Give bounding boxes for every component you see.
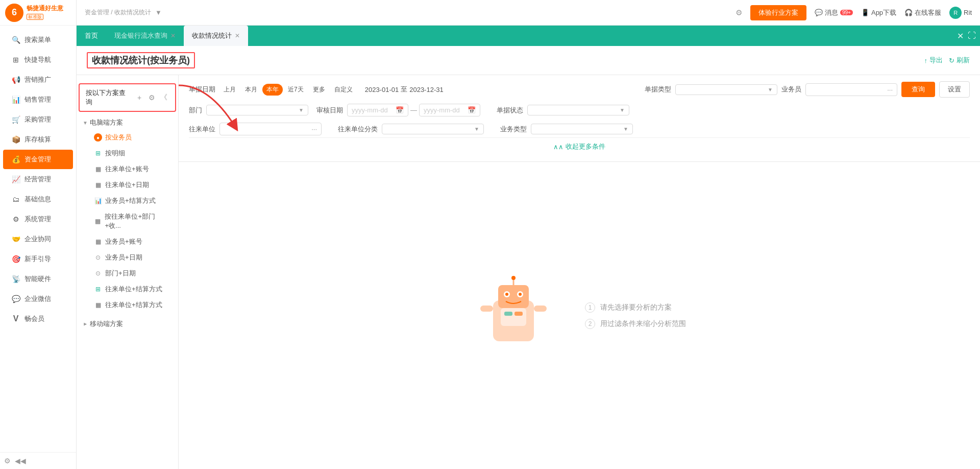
partner-settle1-icon: ⊞	[94, 285, 102, 293]
inventory-icon: 📦	[11, 135, 20, 144]
export-button[interactable]: ↑ 导出	[924, 56, 943, 65]
plan-item-salesman-account[interactable]: ▦ 业务员+账号	[80, 234, 175, 249]
sidebar-item-quick-nav[interactable]: ⊞ 快捷导航	[3, 50, 73, 69]
tab-home[interactable]: 首页	[77, 26, 106, 46]
doc-type-select[interactable]: ▼	[675, 84, 777, 95]
sidebar-item-system[interactable]: ⚙ 系统管理	[3, 209, 73, 229]
doc-status-arrow: ▼	[620, 107, 625, 113]
sidebar-item-guide[interactable]: 🎯 新手引导	[3, 249, 73, 269]
svg-rect-9	[480, 306, 493, 312]
plan-item-by-salesman[interactable]: ● 按业务员	[80, 130, 175, 145]
partner-category-select[interactable]: ▼	[382, 124, 484, 134]
query-button[interactable]: 查询	[901, 82, 935, 97]
date-tab-custom[interactable]: 自定义	[330, 84, 357, 96]
empty-steps: 1 请先选择要分析的方案 2 用过滤条件来缩小分析范围	[585, 302, 686, 329]
sidebar-nav: 🔍 搜索菜单 ⊞ 快捷导航 📢 营销推广 📊 销售管理 🛒 采购管理 📦	[0, 26, 76, 452]
plan-group-desktop-title[interactable]: ▼ 电脑端方案	[77, 116, 178, 129]
salesman-icon: ●	[94, 133, 102, 142]
sidebar-item-member[interactable]: V 畅会员	[3, 309, 73, 329]
sidebar-item-purchase[interactable]: 🛒 采购管理	[3, 110, 73, 129]
tab-bank-flow[interactable]: 现金银行流水查询 ✕	[106, 26, 184, 46]
plan-item-salesman-date[interactable]: ⊙ 业务员+日期	[80, 250, 175, 265]
plan-item-partner-settlement2[interactable]: ▦ 往来单位+结算方式	[80, 297, 175, 313]
sidebar-item-smart[interactable]: 📡 智能硬件	[3, 269, 73, 289]
dept-label: 部门	[189, 106, 202, 115]
filter-audit-date: 审核日期 yyyy-mm-dd 📅 — yyyy-mm-dd	[316, 104, 480, 116]
doc-status-label: 单据状态	[497, 106, 523, 115]
gear-icon[interactable]: ⚙	[736, 8, 742, 17]
tab-collection-stats[interactable]: 收款情况统计 ✕	[184, 26, 248, 46]
date-tab-last-month[interactable]: 上月	[219, 84, 240, 96]
collapse-panel-button[interactable]: 《	[159, 92, 169, 103]
tab-expand-icon[interactable]: ⛶	[968, 31, 976, 40]
service-icon: 🎧	[904, 9, 913, 16]
plan-item-dept-date[interactable]: ⊙ 部门+日期	[80, 266, 175, 281]
business-type-select[interactable]: ▼	[531, 124, 633, 134]
partner-select[interactable]: ···	[219, 123, 322, 135]
app-download-button[interactable]: 📱 App下载	[861, 8, 896, 17]
smart-icon: 📡	[11, 274, 20, 284]
filter-row-1: 单据日期 上月 本月 本年 近7天 更多 自定义	[189, 81, 970, 98]
empty-step-2: 2 用过滤条件来缩小分析范围	[585, 319, 686, 329]
plan-item-by-detail[interactable]: ⊞ 按明细	[80, 146, 175, 161]
sidebar-item-basic[interactable]: 🗂 基础信息	[3, 190, 73, 209]
sidebar-item-sales[interactable]: 📊 销售管理	[3, 90, 73, 109]
plan-settings-button[interactable]: ⚙	[146, 92, 157, 103]
breadcrumb-dropdown-icon[interactable]: ▼	[155, 9, 162, 16]
refresh-button[interactable]: ↻ 刷新	[949, 56, 970, 65]
plan-item-salesman-settlement[interactable]: 📊 业务员+结算方式	[80, 193, 175, 208]
sidebar-footer: ⚙ ◀◀	[0, 452, 76, 469]
date-tab-more[interactable]: 更多	[309, 84, 329, 96]
svg-rect-13	[514, 312, 523, 316]
messages-button[interactable]: 💬 消息 99+	[815, 8, 853, 17]
sidebar-item-enterprise[interactable]: 🤝 企业协同	[3, 229, 73, 249]
plan-item-partner-account[interactable]: ▦ 往来单位+账号	[80, 161, 175, 177]
user-menu[interactable]: R Rit	[949, 7, 972, 19]
plan-item-partner-settlement1[interactable]: ⊞ 往来单位+结算方式	[80, 282, 175, 297]
settings-footer-icon[interactable]: ⚙	[4, 457, 11, 465]
finance-icon: 💰	[11, 155, 20, 164]
date-label: 单据日期	[189, 85, 215, 94]
filter-partner: 往来单位 ···	[189, 123, 322, 135]
trial-button[interactable]: 体验行业方案	[750, 5, 806, 20]
date-tab-this-month[interactable]: 本月	[241, 84, 261, 96]
panel-header-actions: + ⚙ 《	[134, 92, 169, 103]
dept-arrow: ▼	[299, 107, 304, 113]
date-tab-this-year[interactable]: 本年	[262, 84, 283, 96]
dept-select[interactable]: ▼	[206, 105, 308, 115]
filter-date: 单据日期 上月 本月 本年 近7天 更多 自定义	[189, 84, 444, 96]
salesman-select[interactable]: ···	[805, 83, 897, 96]
doc-status-select[interactable]: ▼	[527, 105, 629, 115]
sidebar-item-inventory[interactable]: 📦 库存核算	[3, 130, 73, 149]
tab-close-collection-stats[interactable]: ✕	[235, 32, 240, 39]
collapse-sidebar-icon[interactable]: ◀◀	[15, 457, 26, 465]
plan-item-partner-dept-collect[interactable]: ▦ 按往来单位+部门+收...	[80, 209, 175, 233]
audit-date-from[interactable]: yyyy-mm-dd 📅	[347, 104, 408, 116]
sidebar-item-marketing[interactable]: 📢 营销推广	[3, 70, 73, 89]
svg-point-6	[519, 293, 522, 296]
sidebar-item-operation[interactable]: 📈 经营管理	[3, 170, 73, 189]
empty-state: 1 请先选择要分析的方案 2 用过滤条件来缩小分析范围	[179, 162, 980, 469]
partner-dots: ···	[311, 125, 317, 133]
tab-close-all-icon[interactable]: ✕	[957, 31, 964, 41]
collapse-filter-button[interactable]: ∧∧ 收起更多条件	[189, 137, 970, 155]
add-plan-button[interactable]: +	[134, 92, 144, 103]
topbar-left: 资金管理 / 收款情况统计 ▼	[85, 8, 162, 17]
online-service-button[interactable]: 🎧 在线客服	[904, 8, 941, 17]
sidebar-item-finance[interactable]: 💰 资金管理	[3, 150, 73, 169]
user-avatar: R	[949, 7, 962, 19]
marketing-icon: 📢	[11, 75, 20, 84]
date-tab-7days[interactable]: 近7天	[284, 84, 308, 96]
tab-close-bank-flow[interactable]: ✕	[170, 32, 176, 39]
plan-group-mobile-title[interactable]: ▼ 移动端方案	[77, 317, 178, 331]
enterprise-icon: 🤝	[11, 235, 20, 244]
sidebar-item-wechat[interactable]: 💬 企业微信	[3, 289, 73, 309]
settings-button[interactable]: 设置	[939, 81, 970, 98]
download-icon: 📱	[861, 9, 869, 16]
content-body: 按以下方案查询 + ⚙ 《	[77, 75, 980, 469]
audit-date-to[interactable]: yyyy-mm-dd 📅	[419, 104, 480, 116]
sidebar-item-search[interactable]: 🔍 搜索菜单	[3, 30, 73, 50]
partner-category-arrow: ▼	[474, 126, 479, 132]
plan-item-partner-date[interactable]: ▦ 往来单位+日期	[80, 177, 175, 193]
doc-type-arrow: ▼	[768, 87, 773, 92]
